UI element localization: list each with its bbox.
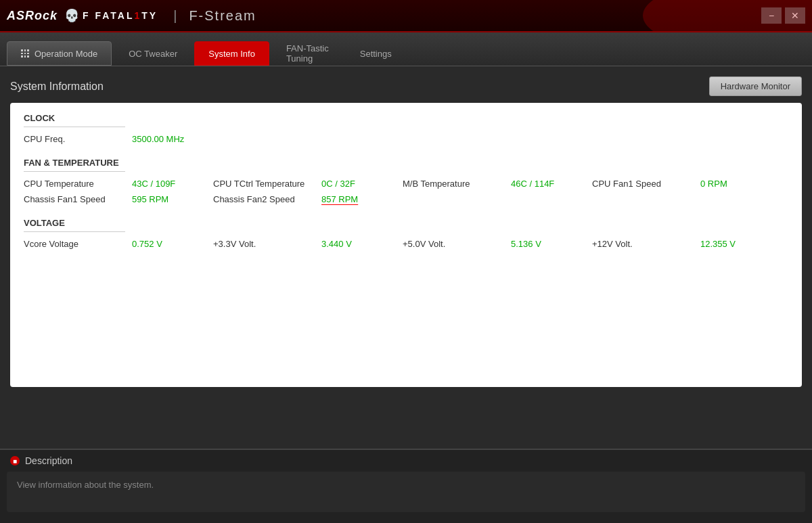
title-bar: ASRock 💀 F FATAL1TY | F-Stream − ✕: [0, 0, 812, 32]
info-panel: CLOCK CPU Freq. 3500.00 MHz FAN & TEMPER…: [10, 103, 802, 387]
close-button[interactable]: ✕: [785, 7, 805, 24]
voltage-row-1: Vcore Voltage 0.752 V +3.3V Volt. 3.440 …: [24, 239, 788, 249]
tab-fan-tuning[interactable]: FAN-TasticTuning: [272, 41, 343, 66]
cpu-freq-row: CPU Freq. 3500.00 MHz: [24, 134, 788, 144]
description-header: ■ Description: [0, 450, 812, 472]
tab-system-info[interactable]: System Info: [194, 41, 269, 66]
tab-system-info-label: System Info: [208, 49, 255, 59]
tab-settings[interactable]: Settings: [346, 41, 406, 66]
cpu-temp-label: CPU Temperature: [24, 179, 132, 189]
asrock-logo: ASRock: [7, 9, 58, 23]
clock-section-title: CLOCK: [24, 113, 125, 127]
tab-oc-tweaker[interactable]: OC Tweaker: [114, 41, 191, 66]
description-panel: ■ Description View information about the…: [0, 449, 812, 523]
vcore-value: 0.752 V: [132, 239, 213, 249]
main-content: System Information Hardware Monitor CLOC…: [0, 66, 812, 449]
description-title: Description: [25, 455, 72, 466]
v33-value: 3.440 V: [321, 239, 403, 249]
fatality-logo: 💀 F FATAL1TY: [64, 8, 158, 23]
vcore-label: Vcore Voltage: [24, 239, 132, 249]
cpu-tctrl-value: 0C / 32F: [321, 179, 403, 189]
chassis-fan2-label: Chassis Fan2 Speed: [213, 194, 321, 204]
skull-icon: 💀: [64, 8, 79, 23]
section-header: System Information Hardware Monitor: [10, 76, 802, 96]
grid-icon: [21, 49, 29, 58]
fan-temp-section-title: FAN & TEMPERATURE: [24, 158, 125, 172]
voltage-section: VOLTAGE Vcore Voltage 0.752 V +3.3V Volt…: [24, 218, 788, 249]
description-icon: ■: [10, 456, 20, 465]
v12-value: 12.355 V: [700, 239, 782, 249]
cpu-fan1-value: 0 RPM: [700, 179, 782, 189]
mb-temp-value: 46C / 114F: [511, 179, 592, 189]
fan-temp-section: FAN & TEMPERATURE CPU Temperature 43C / …: [24, 158, 788, 204]
tab-bar: Operation Mode OC Tweaker System Info FA…: [0, 32, 812, 66]
v12-label: +12V Volt.: [592, 239, 700, 249]
mb-temp-label: M/B Temperature: [403, 179, 511, 189]
cpu-fan1-label: CPU Fan1 Speed: [592, 179, 700, 189]
fan-temp-row-1: CPU Temperature 43C / 109F CPU TCtrl Tem…: [24, 179, 788, 189]
cpu-temp-value: 43C / 109F: [132, 179, 213, 189]
v33-label: +3.3V Volt.: [213, 239, 321, 249]
cpu-freq-value: 3500.00 MHz: [132, 134, 213, 144]
chassis-fan1-value: 595 RPM: [132, 194, 213, 204]
page-title: System Information: [10, 81, 104, 93]
cpu-tctrl-label: CPU TCtrl Temperature: [213, 179, 321, 189]
cpu-freq-label: CPU Freq.: [24, 134, 132, 144]
description-body: View information about the system.: [7, 472, 805, 512]
chassis-fan1-label: Chassis Fan1 Speed: [24, 194, 132, 204]
hardware-monitor-button[interactable]: Hardware Monitor: [709, 76, 802, 96]
clock-section: CLOCK CPU Freq. 3500.00 MHz: [24, 113, 788, 144]
voltage-section-title: VOLTAGE: [24, 218, 125, 232]
window-controls: − ✕: [761, 0, 805, 31]
app-title: F-Stream: [189, 8, 256, 24]
chassis-fan2-value: 857 RPM: [321, 194, 403, 204]
tab-operation-mode[interactable]: Operation Mode: [7, 41, 112, 66]
fatality-text: F FATAL1TY: [83, 10, 158, 21]
tab-settings-label: Settings: [360, 49, 392, 59]
v50-label: +5.0V Volt.: [403, 239, 511, 249]
fan-temp-row-2: Chassis Fan1 Speed 595 RPM Chassis Fan2 …: [24, 194, 788, 204]
tab-fan-tuning-label: FAN-TasticTuning: [286, 43, 329, 64]
v50-value: 5.136 V: [511, 239, 592, 249]
tab-operation-mode-label: Operation Mode: [35, 49, 97, 59]
tab-oc-tweaker-label: OC Tweaker: [129, 49, 177, 59]
minimize-button[interactable]: −: [761, 7, 782, 24]
